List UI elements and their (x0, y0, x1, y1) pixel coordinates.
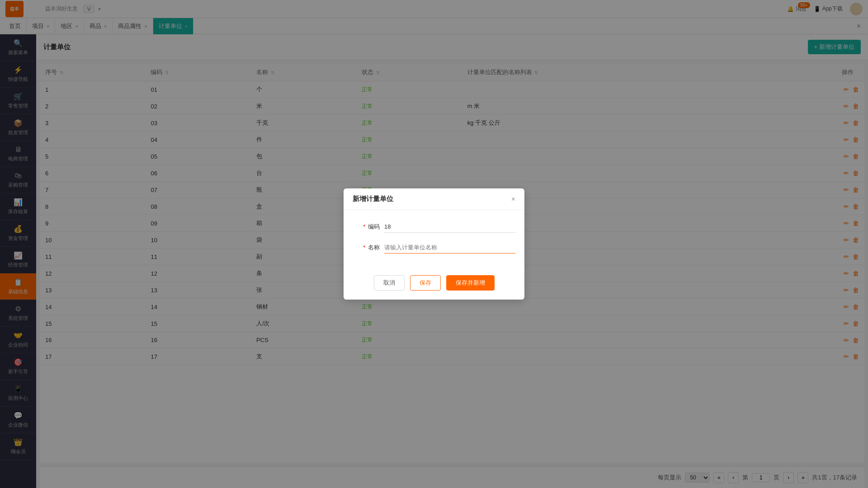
modal-title: 新增计量单位 (353, 195, 393, 203)
add-unit-modal: 新增计量单位 × * 编码 * 名称 取消 保存 保存并新增 (344, 188, 524, 300)
modal-close-button[interactable]: × (511, 195, 515, 203)
name-label: * 名称 (353, 244, 380, 252)
code-required-star: * (363, 223, 365, 230)
code-input[interactable] (384, 221, 515, 233)
save-and-add-button[interactable]: 保存并新增 (446, 275, 495, 291)
modal-footer: 取消 保存 保存并新增 (344, 270, 524, 300)
cancel-button[interactable]: 取消 (374, 275, 405, 291)
code-label: * 编码 (353, 223, 380, 231)
modal-body: * 编码 * 名称 (344, 210, 524, 270)
name-required-star: * (363, 244, 365, 251)
modal-header: 新增计量单位 × (344, 188, 524, 210)
name-field-row: * 名称 (353, 242, 515, 253)
code-field-row: * 编码 (353, 221, 515, 233)
modal-overlay[interactable]: 新增计量单位 × * 编码 * 名称 取消 保存 保存并新增 (0, 0, 868, 488)
save-button[interactable]: 保存 (410, 275, 441, 291)
name-input[interactable] (384, 242, 515, 253)
